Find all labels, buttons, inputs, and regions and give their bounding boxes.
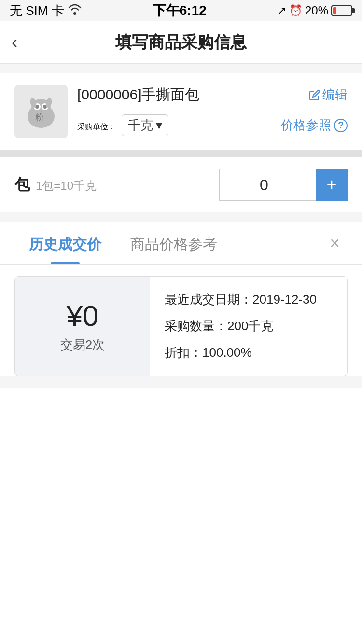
svg-text:粉: 粉 — [35, 112, 44, 122]
tabs-panel: 历史成交价 商品价格参考 × ¥0 交易2次 最近成交日期：2019-12-30… — [0, 222, 362, 376]
quantity-input[interactable] — [219, 169, 316, 201]
purchase-unit-row: 采购单位： 千克 ▾ 价格参照 ? — [77, 114, 348, 136]
quantity-label-group: 包 1包=10千克 — [14, 174, 97, 196]
product-image: 粉 — [14, 85, 68, 138]
price-value: 0 — [83, 300, 98, 332]
main-content — [0, 388, 362, 644]
quantity-sub-label: 1包=10千克 — [36, 178, 97, 194]
tabs-header: 历史成交价 商品价格参考 × — [0, 222, 362, 265]
status-bar: 无 SIM 卡 下午6:12 ↗ ⏰ 20% — [0, 0, 362, 21]
help-icon: ? — [334, 119, 348, 132]
price-ref-button[interactable]: 价格参照 ? — [281, 117, 348, 134]
wifi-icon — [68, 3, 82, 18]
history-times: 交易2次 — [60, 336, 105, 353]
separator-1 — [0, 150, 362, 157]
history-quantity-value: 200千克 — [227, 319, 273, 333]
history-card: ¥0 交易2次 最近成交日期：2019-12-30 采购数量：200千克 折扣：… — [14, 276, 348, 376]
quantity-input-group: + — [219, 169, 348, 201]
quantity-main-label: 包 — [14, 174, 30, 196]
edit-button[interactable]: 编辑 — [309, 86, 348, 103]
tab-close-button[interactable]: × — [322, 225, 348, 261]
history-discount-value: 100.00% — [202, 345, 252, 360]
battery-icon — [331, 5, 352, 16]
nav-bar: ‹ 填写商品采购信息 — [0, 21, 362, 64]
quantity-row: 包 1包=10千克 + — [0, 157, 362, 212]
history-quantity-row: 采购数量：200千克 — [165, 317, 333, 336]
history-detail-right: 最近成交日期：2019-12-30 采购数量：200千克 折扣：100.00% — [150, 277, 347, 376]
product-header: [0000006]手撕面包 编辑 — [77, 85, 348, 105]
unit-select[interactable]: 千克 ▾ — [122, 114, 168, 136]
history-discount-row: 折扣：100.00% — [165, 343, 333, 362]
status-time: 下午6:12 — [153, 1, 207, 20]
tab-reference[interactable]: 商品价格参考 — [116, 222, 232, 264]
history-price-left: ¥0 交易2次 — [15, 277, 150, 376]
history-price: ¥0 — [67, 299, 99, 333]
status-right: ↗ ⏰ 20% — [278, 4, 352, 17]
price-symbol: ¥ — [67, 300, 83, 332]
chevron-down-icon: ▾ — [156, 118, 162, 133]
product-card: 粉 [0000006]手撕面包 编辑 采购单位： 千克 ▾ — [0, 73, 362, 150]
purchase-unit-label-group: 采购单位： 千克 ▾ — [77, 114, 168, 136]
carrier-text: 无 SIM 卡 — [10, 2, 64, 19]
back-button[interactable]: ‹ — [12, 32, 17, 53]
history-date-row: 最近成交日期：2019-12-30 — [165, 290, 333, 309]
alarm-icon: ⏰ — [289, 4, 302, 17]
page-title: 填写商品采购信息 — [115, 31, 247, 54]
battery-percent: 20% — [305, 4, 328, 17]
quantity-plus-button[interactable]: + — [316, 169, 348, 201]
product-info: [0000006]手撕面包 编辑 采购单位： 千克 ▾ 价格参照 — [77, 85, 348, 136]
location-icon: ↗ — [278, 4, 286, 17]
tab-history[interactable]: 历史成交价 — [14, 222, 116, 264]
status-left: 无 SIM 卡 — [10, 2, 82, 19]
history-date-value: 2019-12-30 — [252, 292, 317, 307]
purchase-unit-label: 采购单位： — [77, 123, 116, 131]
product-name: [0000006]手撕面包 — [77, 85, 199, 105]
